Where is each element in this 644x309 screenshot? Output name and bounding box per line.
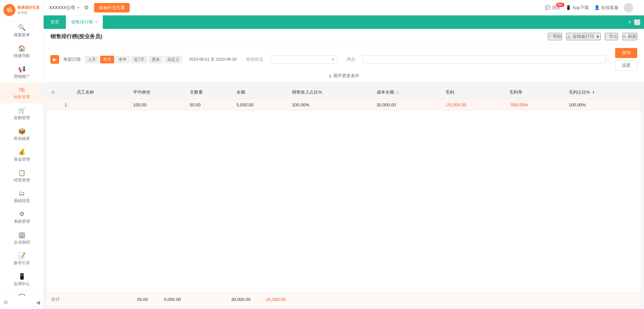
company-name: XXXXXX公司 [49, 5, 75, 11]
service-icon: 👤 [594, 5, 600, 10]
tab-sales-ranking[interactable]: 销售排行榜 × [66, 15, 103, 29]
footer-avg-price [110, 297, 137, 302]
topbar: XXXXXX公司 ▼ ⚙ 体验行业方案 💬 消息 99+ 📱 App下载 👤 在… [44, 0, 644, 15]
sidebar-item-label: 企业协同 [14, 240, 30, 245]
date-year[interactable]: 本年 [116, 56, 130, 63]
footer-label: 合计 [51, 296, 65, 302]
filter-expand-arrow[interactable]: ▶ [50, 55, 59, 64]
sidebar-item-purchase[interactable]: 🛒 采购管理 [0, 103, 43, 124]
purchase-icon: 🛒 [18, 107, 26, 114]
online-service-button[interactable]: 👤 在线客服 [594, 5, 618, 11]
print-button[interactable]: 🖨 按模板打印 ▼ [566, 33, 601, 40]
sidebar-item-inventory[interactable]: 📦 库存核算 [0, 124, 43, 145]
enterprise-icon: 🏢 [18, 231, 26, 239]
row-cost-cell: 30,000.00 [373, 99, 441, 111]
inventory-icon: 📦 [18, 127, 26, 135]
sidebar-item-system[interactable]: ⚙ 系统管理 [0, 207, 43, 228]
date-custom[interactable]: 自定义 [164, 56, 182, 63]
table-row: 1 100.00 50.00 5,000.00 100.00% 30,000.0… [47, 99, 641, 111]
date-range-display: 2023-06-01 至 2023-06-30 [189, 57, 237, 62]
table-container: ⚙ 员工名称 平均单价 主数量 全额 销售收入占比% 成本全额 ⓘ 毛利 [47, 86, 641, 293]
sidebar-item-quicknav[interactable]: 🏠 快捷导航 [0, 41, 43, 62]
expand-row: ∨ 展开更多条件 [50, 73, 637, 79]
export-button[interactable]: ↑ 导出 [605, 33, 618, 40]
sidebar-item-operations[interactable]: 📋 经营管理 [0, 166, 43, 187]
window-restore-icon[interactable]: ⬜ [634, 19, 641, 25]
logo-text-block: 畅康通好生意 标准版 [17, 5, 40, 15]
sidebar-item-enterprise[interactable]: 🏢 企业协同 [0, 228, 43, 249]
refresh-button[interactable]: ↻ 刷新 [622, 33, 637, 40]
date-curr-month[interactable]: 本月 [100, 56, 114, 63]
expand-conditions-button[interactable]: ∨ 展开更多条件 [329, 73, 359, 79]
date-7days[interactable]: 近7天 [131, 56, 147, 63]
user-avatar[interactable] [624, 3, 633, 12]
col-profit: 毛利 [441, 86, 506, 99]
goods-more-icon[interactable]: ··· [607, 57, 611, 62]
col-cost: 成本全额 ⓘ [373, 86, 441, 99]
col-sales-pct: 销售收入占比% [288, 86, 372, 99]
row-amount-cell: 5,000.00 [232, 99, 288, 111]
date-more[interactable]: 更多 [149, 56, 163, 63]
status-select[interactable] [270, 55, 337, 64]
col-settings[interactable]: ⚙ [47, 86, 59, 99]
sidebar-logo: 畅 畅康通好生意 标准版 [0, 0, 43, 20]
print-arrow: ▼ [596, 34, 600, 39]
setting-button[interactable]: 设置 [615, 60, 637, 71]
home-icon: 🏠 [18, 45, 26, 52]
expand-chevron-icon: ∨ [329, 73, 332, 79]
operations-icon: 📋 [18, 169, 26, 176]
footer-profit: -25,000.00 [265, 297, 298, 302]
cost-info-icon: ⓘ [396, 90, 399, 94]
sidebar-nav: 🔍 搜索菜单 🏠 快捷导航 📢 营销推广 🛍 销售管理 🛒 采购管理 📦 库存核… [0, 20, 43, 296]
date-prev-month[interactable]: 上月 [85, 56, 99, 63]
filter-row-1: ▶ 单据日期 上月 本月 本年 近7天 更多 自定义 2023-06-01 至 … [50, 48, 637, 71]
help-icon: ? [549, 34, 551, 39]
footer-empty2 [77, 297, 110, 302]
table-settings-icon: ⚙ [51, 90, 55, 95]
expand-arrow-icon: ▶ [53, 57, 57, 62]
sidebar-item-wechat[interactable]: 💬 企业微信 [0, 290, 43, 296]
message-button[interactable]: 💬 消息 99+ [545, 5, 560, 11]
sidebar-item-label: 资金管理 [14, 157, 30, 162]
collapse-icon[interactable]: ◀ [36, 299, 40, 306]
filter-status-label: 单据状态 [246, 56, 263, 62]
window-close-icon[interactable]: × [628, 19, 631, 25]
row-profit-cell: -25,000.00 [441, 99, 506, 111]
sidebar-item-label: 搜索菜单 [14, 32, 30, 38]
row-avg-price-cell: 100.00 [129, 99, 185, 111]
table-footer: 合计 50.00 5,000.00 30,000.00 -25,000.00 [47, 293, 641, 306]
sidebar-item-guide[interactable]: 📝 新手引导 [0, 249, 43, 269]
sidebar-item-marketing[interactable]: 📢 营销推广 [0, 62, 43, 83]
help-label: 帮助 [553, 34, 561, 40]
sidebar-item-label: 新手引导 [14, 260, 30, 266]
tab-home[interactable]: 首页 [44, 15, 66, 29]
basic-icon: 🗂 [19, 190, 25, 197]
topbar-gear-icon[interactable]: ⚙ [84, 4, 89, 11]
company-selector[interactable]: XXXXXX公司 ▼ [49, 5, 80, 11]
trial-button[interactable]: 体验行业方案 [94, 3, 130, 12]
sidebar-item-basic[interactable]: 🗂 基础信息 [0, 187, 43, 207]
refresh-label: 刷新 [628, 34, 637, 40]
sidebar-item-appcenter[interactable]: 📱 应用中心 [0, 269, 43, 290]
service-label: 在线客服 [601, 5, 618, 11]
sidebar: 畅 畅康通好生意 标准版 🔍 搜索菜单 🏠 快捷导航 📢 营销推广 🛍 销售管理… [0, 0, 44, 309]
sidebar-item-label: 应用中心 [14, 281, 30, 287]
query-button[interactable]: 查询 [615, 48, 637, 58]
sidebar-item-finance[interactable]: 💰 资金管理 [0, 145, 43, 166]
app-download-button[interactable]: 📱 App下载 [566, 5, 589, 11]
table-header-row: ⚙ 员工名称 平均单价 主数量 全额 销售收入占比% 成本全额 ⓘ 毛利 [47, 86, 641, 99]
marketing-icon: 📢 [18, 65, 26, 73]
settings-bottom-icon[interactable]: ⚙ [3, 299, 8, 306]
footer-amount: 5,000.00 [164, 297, 198, 302]
tab-close-icon[interactable]: × [95, 20, 97, 24]
main-area: XXXXXX公司 ▼ ⚙ 体验行业方案 💬 消息 99+ 📱 App下载 👤 在… [44, 0, 644, 309]
sidebar-item-sales[interactable]: 🛍 销售管理 [0, 83, 43, 103]
help-button[interactable]: ? 帮助 [548, 33, 562, 40]
guide-icon: 📝 [18, 252, 26, 259]
page-header: 销售排行榜(按业务员) ? 帮助 🖨 按模板打印 ▼ ↑ 导出 ↻ 刷新 [44, 29, 644, 45]
goods-input[interactable] [362, 55, 606, 64]
sidebar-item-search[interactable]: 🔍 搜索菜单 [0, 20, 43, 41]
goods-filter-label: 商品 [347, 56, 355, 62]
expand-conditions-label: 展开更多条件 [333, 73, 359, 79]
footer-cost: 30,000.00 [231, 297, 265, 302]
